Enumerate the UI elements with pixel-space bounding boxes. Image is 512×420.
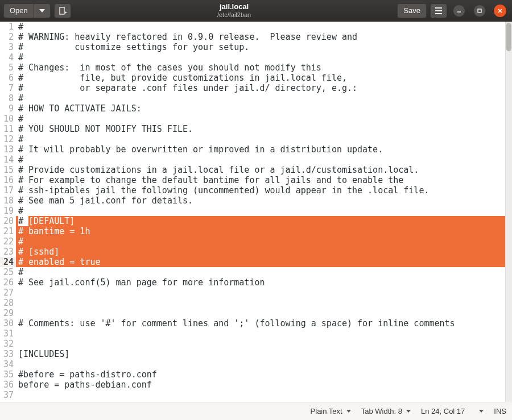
chevron-down-icon <box>346 410 351 413</box>
line-text: # It will probably be overwritten or imp… <box>16 144 505 155</box>
hamburger-icon <box>435 7 443 14</box>
minimize-icon <box>456 8 462 14</box>
line-text: # See jail.conf(5) man page for more inf… <box>16 277 505 288</box>
line-number: 7 <box>0 83 16 93</box>
line-number: 12 <box>0 134 16 144</box>
tabwidth-label: Tab Width: 8 <box>361 407 402 415</box>
svg-rect-1 <box>478 9 481 13</box>
line-number: 8 <box>0 93 16 103</box>
code-line[interactable]: 6# file, but provide customizations in j… <box>0 73 505 83</box>
code-line[interactable]: 5# Changes: in most of the cases you sho… <box>0 63 505 73</box>
line-text: # <box>16 236 505 247</box>
language-label: Plain Text <box>311 407 342 415</box>
line-number: 15 <box>0 165 16 175</box>
code-line[interactable]: 28 <box>0 298 505 308</box>
line-text: # <box>16 114 505 124</box>
code-line[interactable]: 15# Provide customizations in a jail.loc… <box>0 165 505 175</box>
line-number: 35 <box>0 369 16 380</box>
code-line[interactable]: 4# <box>0 52 505 63</box>
line-number: 6 <box>0 73 16 83</box>
code-line[interactable]: 32 <box>0 339 505 349</box>
document-path: /etc/fail2ban <box>75 11 394 18</box>
code-line[interactable]: 12# <box>0 134 505 144</box>
code-line[interactable]: 35#before = paths-distro.conf <box>0 369 505 380</box>
line-number: 4 <box>0 52 16 63</box>
window-minimize-button[interactable] <box>453 5 465 17</box>
code-line[interactable]: 17# ssh-iptables jail the following (unc… <box>0 185 505 196</box>
code-line[interactable]: 11# YOU SHOULD NOT MODIFY THIS FILE. <box>0 124 505 134</box>
save-button[interactable]: Save <box>397 3 427 18</box>
insert-mode-selector[interactable] <box>477 410 484 413</box>
window-maximize-button[interactable] <box>473 5 486 17</box>
code-line[interactable]: 2# WARNING: heavily refactored in 0.9.0 … <box>0 32 505 42</box>
line-number: 25 <box>0 267 16 277</box>
code-line[interactable]: 31 <box>0 328 505 339</box>
hamburger-menu-button[interactable] <box>430 3 447 18</box>
line-number: 32 <box>0 339 16 349</box>
code-line[interactable]: 25# <box>0 267 505 277</box>
line-number: 14 <box>0 155 16 165</box>
code-line[interactable]: 24# enabled = true <box>0 257 505 267</box>
line-number: 26 <box>0 277 16 288</box>
line-text <box>16 298 505 308</box>
code-line[interactable]: 37 <box>0 390 505 400</box>
line-text <box>16 359 505 369</box>
line-number: 5 <box>0 63 16 73</box>
code-line[interactable]: 7# or separate .conf files under jail.d/… <box>0 83 505 93</box>
line-text: # <box>16 93 505 103</box>
line-number: 19 <box>0 206 16 216</box>
editor-lines[interactable]: 1#2# WARNING: heavily refactored in 0.9.… <box>0 22 505 402</box>
chevron-down-icon <box>406 410 411 413</box>
new-tab-button[interactable] <box>54 3 71 18</box>
line-number: 3 <box>0 42 16 52</box>
vertical-scrollbar[interactable] <box>505 22 512 402</box>
line-number: 28 <box>0 298 16 308</box>
cursor-position-label: Ln 24, Col 17 <box>421 407 465 415</box>
code-line[interactable]: 27 <box>0 288 505 298</box>
new-document-icon <box>59 7 67 15</box>
code-line[interactable]: 19# <box>0 206 505 216</box>
code-line[interactable]: 9# HOW TO ACTIVATE JAILS: <box>0 103 505 114</box>
line-number: 10 <box>0 114 16 124</box>
line-text: # <box>16 52 505 63</box>
code-line[interactable]: 30# Comments: use '#' for comment lines … <box>0 318 505 328</box>
tabwidth-selector[interactable]: Tab Width: 8 <box>361 407 411 415</box>
code-line[interactable]: 23# [sshd] <box>0 247 505 257</box>
code-line[interactable]: 22# <box>0 236 505 247</box>
code-line[interactable]: 13# It will probably be overwritten or i… <box>0 144 505 155</box>
line-number: 37 <box>0 390 16 400</box>
code-line[interactable]: 16# For example to change the default ba… <box>0 175 505 185</box>
insert-mode-indicator: INS <box>494 407 506 415</box>
line-number: 24 <box>0 257 16 267</box>
code-line[interactable]: 1# <box>0 22 505 32</box>
line-text: # or separate .conf files under jail.d/ … <box>16 83 505 93</box>
line-number: 16 <box>0 175 16 185</box>
open-button[interactable]: Open <box>3 3 34 18</box>
code-line[interactable]: 21# bantime = 1h <box>0 226 505 236</box>
cursor-position[interactable]: Ln 24, Col 17 <box>421 407 465 415</box>
open-recent-dropdown[interactable] <box>34 3 51 18</box>
code-line[interactable]: 29 <box>0 308 505 318</box>
line-text: # <box>16 267 505 277</box>
titlebar-title: jail.local /etc/fail2ban <box>75 3 394 18</box>
line-text: # Comments: use '#' for comment lines an… <box>16 318 505 328</box>
code-line[interactable]: 20# [DEFAULT] <box>0 216 505 226</box>
line-text <box>16 390 505 400</box>
window-close-button[interactable] <box>494 5 506 17</box>
code-line[interactable]: 36before = paths-debian.conf <box>0 380 505 390</box>
line-text: # <box>16 22 505 32</box>
line-text: # <box>16 134 505 144</box>
vertical-scrollbar-thumb[interactable] <box>506 23 511 51</box>
line-text <box>16 339 505 349</box>
code-line[interactable]: 14# <box>0 155 505 165</box>
code-line[interactable]: 8# <box>0 93 505 103</box>
maximize-icon <box>477 8 482 14</box>
language-selector[interactable]: Plain Text <box>311 407 351 415</box>
code-line[interactable]: 26# See jail.conf(5) man page for more i… <box>0 277 505 288</box>
code-line[interactable]: 33[INCLUDES] <box>0 349 505 359</box>
editor-area[interactable]: 1#2# WARNING: heavily refactored in 0.9.… <box>0 22 512 402</box>
code-line[interactable]: 18# See man 5 jail.conf for details. <box>0 196 505 206</box>
code-line[interactable]: 10# <box>0 114 505 124</box>
code-line[interactable]: 34 <box>0 359 505 369</box>
code-line[interactable]: 3# customize settings for your setup. <box>0 42 505 52</box>
